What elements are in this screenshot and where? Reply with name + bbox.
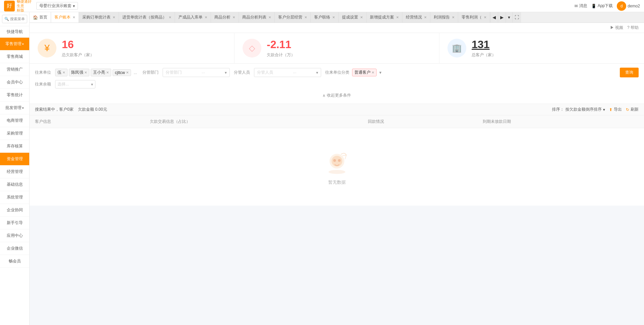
- tab-raise-settings[interactable]: 提成设置 ✕: [339, 12, 367, 23]
- logo-area: 好 畅捷通好生意 标版: [4, 0, 34, 12]
- sort-select[interactable]: 排序： 按欠款金额倒序排序 ▾: [552, 107, 605, 112]
- remove-tag-wangxiaoliang[interactable]: ✕: [106, 71, 109, 74]
- filter-tags-source-unit: 伍 ✕ 陈民强 ✕ 王小亮 ✕ cjttcw ✕: [55, 69, 138, 76]
- tab-new-raise-plan[interactable]: 新增提成方案 ✕: [367, 12, 402, 23]
- sidebar-item-member-center[interactable]: 会员中心: [0, 76, 29, 89]
- main-layout: 🔍 搜索菜单 快捷导航 零售管理 ▾ 零售商城 营销推广 会员中心 零售统计 批…: [0, 12, 644, 325]
- app-download-btn[interactable]: 📱 App下载: [591, 3, 613, 9]
- sidebar-item-capital-mgmt[interactable]: 资金管理: [0, 153, 29, 166]
- tab-bar: 🏠 首页 客户账本 ✕ 采购订单统计表 ✕ 进货单统计表（按商品） ✕ 产成品入…: [30, 12, 644, 23]
- sidebar-item-enterprise-collab[interactable]: 企业协同: [0, 204, 29, 217]
- video-link[interactable]: ▶ 视频: [610, 25, 623, 31]
- tab-close-profit-report[interactable]: ✕: [452, 15, 455, 19]
- export-btn[interactable]: ⬆ 导出: [609, 107, 622, 112]
- tab-profit-report[interactable]: 利润报告 ✕: [430, 12, 458, 23]
- tab-home[interactable]: 🏠 首页: [30, 12, 51, 23]
- tab-close-retail-profit[interactable]: ✕: [484, 15, 486, 19]
- result-summary: 搜索结果中，客户0家 欠款金额 0.00元: [35, 107, 107, 112]
- tab-retail-profit[interactable]: 零售利润（ ✕: [458, 12, 490, 23]
- tab-nav-next[interactable]: ▶: [498, 12, 506, 23]
- tab-close-new-raise-plan[interactable]: ✕: [396, 15, 399, 19]
- stat-icon-total-customers: 🏢: [447, 39, 466, 58]
- export-icon: ⬆: [609, 107, 612, 112]
- branch-person-select[interactable]: 分管人员 ··· ▾: [254, 68, 321, 77]
- remove-tag-cjttcw[interactable]: ✕: [126, 71, 129, 74]
- stat-icon-debt-amount: ◇: [243, 39, 261, 58]
- play-icon: ▶: [610, 25, 614, 30]
- tab-nav-fullscreen[interactable]: ⛶: [512, 12, 521, 23]
- remove-tag-ordinary-customer[interactable]: ✕: [372, 71, 374, 74]
- unit-class-arrow[interactable]: ▾: [379, 70, 382, 75]
- svg-point-2: [332, 156, 342, 167]
- branch-dept-arrow: ▾: [225, 70, 227, 75]
- sidebar-item-ecommerce-mgmt[interactable]: 电商管理: [0, 114, 29, 127]
- sidebar-item-system-mgmt[interactable]: 系统管理: [0, 191, 29, 204]
- result-bar: 搜索结果中，客户0家 欠款金额 0.00元 排序： 按欠款金额倒序排序 ▾ ⬆ …: [30, 104, 644, 115]
- sidebar-item-enterprise-wechat[interactable]: 企业微信: [0, 242, 29, 255]
- stat-total-debt-customers: ¥ 16 总欠款客户（家）: [30, 33, 234, 63]
- sidebar: 🔍 搜索菜单 快捷导航 零售管理 ▾ 零售商城 营销推广 会员中心 零售统计 批…: [0, 12, 30, 325]
- svg-point-3: [333, 159, 336, 162]
- filter-tag-chenminqiang: 陈民强 ✕: [69, 69, 89, 76]
- sidebar-search-area: 🔍 搜索菜单: [0, 12, 29, 26]
- help-link[interactable]: ? 帮助: [627, 25, 639, 31]
- empty-row: 暂无数据: [30, 128, 644, 206]
- stat-info-debt-customers: 16 总欠款客户（家）: [62, 38, 94, 58]
- sidebar-item-retail-mgmt[interactable]: 零售管理 ▾: [0, 38, 29, 50]
- branch-dept-select[interactable]: 分管部门 ··· ▾: [163, 68, 230, 77]
- refresh-icon: ↻: [626, 107, 629, 112]
- remainder-select[interactable]: 选择... ▾: [55, 80, 95, 88]
- sidebar-item-new-user-guide[interactable]: 新手引导: [0, 217, 29, 229]
- tab-close-product-analysis-list[interactable]: ✕: [268, 15, 271, 19]
- tab-close-product-instock[interactable]: ✕: [205, 15, 207, 19]
- quick-nav-btn[interactable]: 快捷导航: [0, 26, 29, 38]
- sidebar-item-operation-mgmt[interactable]: 经营管理: [0, 166, 29, 178]
- user-avatar-btn[interactable]: d demo2: [617, 1, 640, 11]
- filter-more-btn[interactable]: ...: [132, 70, 138, 76]
- tab-close-customer-tier[interactable]: ✕: [304, 15, 307, 19]
- svg-point-0: [329, 170, 345, 174]
- account-selector[interactable]: 母婴行业演示账套 ▾: [36, 2, 78, 10]
- collapse-icon: ∧: [323, 93, 326, 98]
- search-menu-btn[interactable]: 🔍 搜索菜单: [2, 15, 27, 23]
- tab-purchase-stat-product[interactable]: 进货单统计表（按商品） ✕: [119, 12, 175, 23]
- filter-tag-wu: 伍 ✕: [55, 69, 68, 76]
- sidebar-item-marketing[interactable]: 营销推广: [0, 63, 29, 76]
- sidebar-item-basic-info[interactable]: 基础信息: [0, 178, 29, 191]
- avatar: d: [617, 1, 626, 11]
- tab-close-purchase-stat-product[interactable]: ✕: [169, 15, 171, 19]
- tab-close-purchase-order-stat[interactable]: ✕: [113, 15, 115, 19]
- tab-customer-capital[interactable]: 客户账本 ✕: [51, 12, 79, 23]
- chevron-down-icon: ▾: [73, 4, 75, 8]
- sidebar-item-wholesale-mgmt[interactable]: 批发管理 ▾: [0, 102, 29, 114]
- tab-operation-status[interactable]: 经营情况 ✕: [402, 12, 430, 23]
- tab-close-operation-status[interactable]: ✕: [424, 15, 427, 19]
- sidebar-item-purchase-mgmt[interactable]: 采购管理: [0, 127, 29, 140]
- tab-product-instock[interactable]: 产成品入库单 ✕: [175, 12, 211, 23]
- col-repayment: 回款情况: [362, 115, 477, 128]
- sidebar-item-retail-stats[interactable]: 零售统计: [0, 89, 29, 102]
- query-btn[interactable]: 查询: [620, 68, 639, 77]
- tab-close-raise-settings[interactable]: ✕: [360, 15, 363, 19]
- remove-tag-chenminqiang[interactable]: ✕: [84, 71, 87, 74]
- tab-nav-prev[interactable]: ◀: [490, 12, 498, 23]
- data-table: 客户信息 欠款交易信息（占比） 回款情况 到期未放款日期: [30, 115, 644, 206]
- refresh-btn[interactable]: ↻ 刷新: [626, 107, 639, 112]
- tab-close-product-analysis[interactable]: ✕: [232, 15, 235, 19]
- sidebar-item-app-center[interactable]: 应用中心: [0, 229, 29, 242]
- tab-close-customer-contact[interactable]: ✕: [332, 15, 335, 19]
- sidebar-item-vip-member[interactable]: 畅会员: [0, 255, 29, 268]
- tab-customer-contact[interactable]: 客户联络 ✕: [311, 12, 339, 23]
- sidebar-item-retail-mall[interactable]: 零售商城: [0, 50, 29, 63]
- sidebar-item-inventory-check[interactable]: 库存核算: [0, 140, 29, 153]
- tab-close-customer-capital[interactable]: ✕: [73, 15, 75, 19]
- message-btn[interactable]: ✉ 消息: [574, 3, 587, 9]
- tab-product-analysis[interactable]: 商品分析 ✕: [211, 12, 239, 23]
- tab-customer-tier[interactable]: 客户分层经营 ✕: [275, 12, 311, 23]
- tab-product-analysis-list[interactable]: 商品分析列表 ✕: [239, 12, 275, 23]
- tab-purchase-order-stat[interactable]: 采购订单统计表 ✕: [79, 12, 119, 23]
- tab-nav-expand[interactable]: ▾: [506, 12, 512, 23]
- remove-tag-wu[interactable]: ✕: [62, 71, 65, 74]
- collapse-filter-btn[interactable]: ∧ 收起更多条件: [35, 91, 639, 100]
- stat-info-debt-amount: -2.11 欠款合计（万）: [267, 38, 295, 58]
